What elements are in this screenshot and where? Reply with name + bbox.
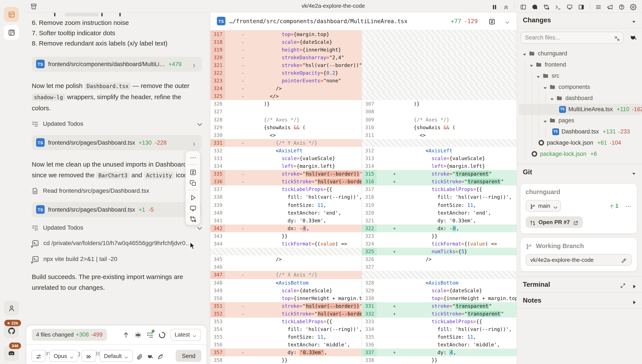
cat-button[interactable]	[629, 34, 637, 42]
terminal-section-header[interactable]: Terminal	[517, 277, 642, 292]
diff-added-count: +77	[451, 18, 461, 24]
play-icon[interactable]	[189, 194, 197, 201]
tree-item[interactable]: dashboard	[518, 92, 642, 104]
toolbar-divider	[514, 3, 515, 10]
diff-filler	[362, 69, 516, 77]
dots-icon[interactable]	[189, 154, 197, 161]
rail-tab-kanban[interactable]	[4, 25, 19, 40]
rail-person-button[interactable]	[4, 300, 19, 316]
panel-right-icon[interactable]	[578, 3, 584, 10]
diff-marker: -	[241, 178, 244, 186]
terminal-command-row[interactable]: cd /private/var/folders/10/h7w0q46556ggr…	[32, 239, 202, 246]
file-change-chip[interactable]: TSfrontend/src/pages/Dashboard.tsx+130-2…	[32, 135, 202, 150]
toolbar-divider	[590, 3, 590, 10]
diff-line: 324- />	[210, 84, 362, 92]
copy-icon[interactable]	[189, 179, 197, 186]
version-dropdown[interactable]: Latest	[170, 328, 201, 340]
tree-item[interactable]: TSMultiLineArea.tsx+110-162	[518, 104, 642, 115]
tree-item[interactable]: pages	[518, 115, 642, 126]
git-section-header[interactable]: Git	[517, 164, 642, 180]
zbox-icon[interactable]	[189, 168, 197, 176]
monitor-icon[interactable]	[566, 3, 573, 10]
model-dropdown[interactable]: Opus	[49, 350, 78, 362]
line-number: 327	[210, 108, 225, 116]
tree-item[interactable]: churnguard	[518, 48, 642, 59]
diff-body[interactable]: 317- top={margin.top}318- scale={dateSca…	[210, 30, 516, 364]
tree-item[interactable]: components	[518, 81, 642, 92]
terminal-command-row[interactable]: npx vite build 2>&1 | tail -20	[32, 255, 202, 262]
updated-todos-row[interactable]: Updated Todos	[32, 224, 202, 231]
file-change-chip[interactable]: TSfrontend/src/components/dashboard/Mult…	[32, 56, 202, 72]
repo-menu-button[interactable]	[625, 202, 632, 209]
collapse-diff-icon[interactable]	[504, 18, 510, 24]
todos-status-icon[interactable]	[146, 331, 154, 338]
git-compare-icon[interactable]	[543, 3, 550, 10]
chevrons-up-icon[interactable]	[503, 3, 509, 10]
megaphone-icon[interactable]	[607, 3, 613, 10]
file-tree: churnguardfrontendsrccomponentsdashboard…	[517, 47, 642, 164]
line-number: 348	[210, 279, 225, 286]
file-change-chip[interactable]: TSfrontend/src/pages/Dashboard.tsx+1-5	[32, 202, 202, 217]
tree-item[interactable]: TSDashboard.tsx+131-233	[518, 126, 642, 137]
diff-row: 355 fontSize: 11,335 fontSize: 11,	[210, 333, 516, 341]
menu-icon[interactable]	[595, 3, 602, 10]
diff-row: 350 top={innerHeight + margin.top}330 to…	[210, 294, 516, 302]
expand-notes-icon[interactable]	[632, 298, 636, 302]
mode-dropdown[interactable]: Default	[100, 350, 133, 362]
settings-sliders-button[interactable]	[31, 350, 46, 362]
updated-todos-row[interactable]: Updated Todos	[32, 120, 202, 127]
notes-section-header[interactable]: Notes	[517, 292, 642, 308]
code-text: tickStroke="hsl(var(--border))"	[225, 310, 362, 318]
collapse-tree-icon[interactable]	[614, 34, 620, 40]
attach-icon[interactable]	[136, 352, 143, 359]
line-number: 354	[210, 325, 225, 333]
rail-tab-layout[interactable]	[4, 7, 19, 22]
success-dot	[31, 245, 34, 248]
diff-file-path: …/frontend/src/components/dashboard/Mult…	[229, 18, 407, 24]
files-changed-chip[interactable]: 4 files changed +308 -499	[32, 328, 107, 340]
settings-icon[interactable]	[630, 3, 636, 10]
sparkle-icon[interactable]	[134, 331, 142, 338]
cat-icon[interactable]	[147, 352, 154, 359]
branch-dropdown[interactable]: main	[526, 200, 561, 212]
panel-left-icon[interactable]	[520, 3, 526, 10]
scroll-to-top-button[interactable]	[122, 331, 130, 338]
line-number: 330	[210, 131, 225, 139]
tree-item[interactable]: package-lock.json+6	[518, 148, 642, 160]
model-label: Opus	[54, 352, 67, 359]
diff-header[interactable]: TS …/frontend/src/components/dashboard/M…	[210, 12, 516, 30]
tree-item[interactable]: package-lock.json+61-104	[518, 137, 642, 148]
line-number: 318	[210, 38, 225, 46]
diff-line: 316+ tickStroke="transparent"	[362, 178, 516, 186]
working-branch-field[interactable]: vk/4e2a-explore-the-code	[526, 254, 632, 266]
fast-forward-button[interactable]	[82, 350, 96, 362]
diff-row: 333 scale={valueScale}313 scale={valueSc…	[210, 154, 516, 162]
mode-label: Default	[104, 352, 122, 359]
read-file-row[interactable]: Read frontend/src/pages/Dashboard.tsx	[32, 187, 202, 194]
diff-view-icon[interactable]	[488, 18, 495, 25]
diff-line: 320 textAnchor: 'end',	[362, 209, 516, 216]
added-count: +131	[603, 128, 616, 135]
monitor-icon[interactable]	[189, 204, 197, 212]
tree-item[interactable]: frontend	[518, 59, 642, 70]
diff-line: 333 tickLabelProps={{	[362, 318, 516, 325]
search-input[interactable]	[520, 32, 623, 44]
open-pr-button[interactable]: Open PR #7	[526, 216, 583, 228]
send-button[interactable]: Send	[176, 350, 201, 362]
chat-scroll-area[interactable]: 6. Remove zoom instruction noise7. Softe…	[25, 12, 210, 312]
git-compare-icon[interactable]	[189, 215, 197, 222]
terminal-icon[interactable]	[555, 3, 561, 10]
help-icon[interactable]	[618, 3, 625, 10]
changes-section-header[interactable]: Changes	[517, 12, 642, 28]
expand-terminal-icon[interactable]	[620, 282, 626, 287]
diff-row: 345 />326 />	[210, 256, 516, 263]
line-number: 310	[362, 124, 377, 131]
quill-icon[interactable]	[157, 352, 164, 359]
line-number: 309	[362, 116, 377, 124]
edit-branch-icon[interactable]	[621, 257, 627, 263]
tree-item[interactable]: src	[518, 70, 642, 81]
chat-bubble-icon[interactable]	[532, 3, 538, 10]
code-text: tickLabelProps={{	[377, 318, 516, 325]
expand-section-icon[interactable]	[632, 282, 636, 286]
pause-icon[interactable]	[491, 3, 498, 10]
